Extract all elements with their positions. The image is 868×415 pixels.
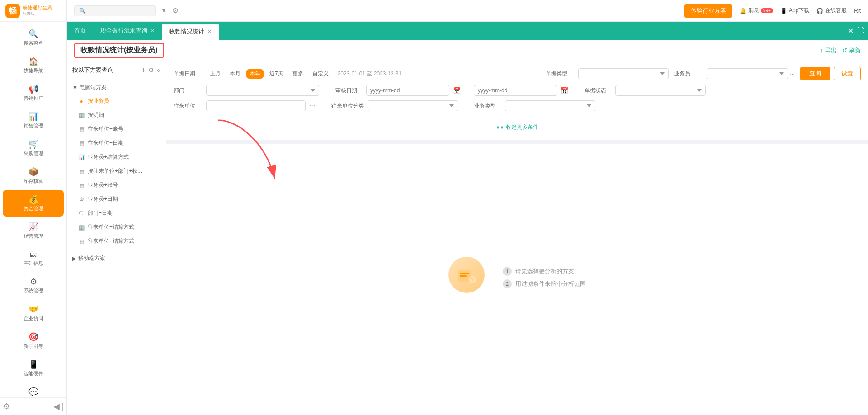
tab-receipt-label: 收款情况统计 <box>169 28 204 36</box>
scheme-item-by-detail[interactable]: 🏢 按明细 <box>67 108 166 122</box>
notifications-item[interactable]: 🔔 消息 99+ <box>740 7 773 14</box>
dept-select[interactable] <box>206 85 319 96</box>
scheme-item-salesperson-settlement[interactable]: 📊 业务员+结算方式 <box>67 150 166 164</box>
date-btn-custom[interactable]: 自定义 <box>309 69 332 79</box>
date-btn-last-month[interactable]: 上月 <box>206 69 224 79</box>
voucher-type-label: 单据类型 <box>546 70 573 78</box>
calendar-start-icon[interactable]: 📅 <box>453 87 461 94</box>
tab-receipt[interactable]: 收款情况统计 ✕ <box>162 24 219 40</box>
sidebar-item-quicknav[interactable]: 🏠 快捷导航 <box>3 52 64 79</box>
filter-row-1: 单据日期 上月 本月 本年 近7天 更多 自定义 2023-01-01 至 20… <box>174 67 861 80</box>
date-btn-this-year[interactable]: 本年 <box>246 69 264 79</box>
right-panel: 单据日期 上月 本月 本年 近7天 更多 自定义 2023-01-01 至 20… <box>166 61 868 415</box>
topbar-right: 体验行业方案 🔔 消息 99+ 📱 App下载 🎧 在线客服 Rit <box>684 4 861 18</box>
voucher-type-select[interactable] <box>578 68 669 79</box>
sidebar-item-marketing[interactable]: 📢 营销推广 <box>3 80 64 106</box>
sidebar-item-purchase[interactable]: 🛒 采购管理 <box>3 135 64 161</box>
tabbar-end: ✕ ⛶ <box>848 27 868 35</box>
collapse-panel-icon[interactable]: « <box>157 66 160 74</box>
close-window-icon[interactable]: ✕ <box>848 27 854 35</box>
sidebar-item-label: 经营管理 <box>24 233 43 240</box>
marketing-icon: 📢 <box>28 84 38 94</box>
scheme-item-partner-settlement1[interactable]: 🏢 往来单位+结算方式 <box>67 220 166 234</box>
home-icon: 🏠 <box>28 57 38 66</box>
export-button[interactable]: ↑ 导出 <box>821 47 837 55</box>
bell-icon: 🔔 <box>740 8 746 14</box>
topbar-chevron-icon[interactable]: ▼ <box>161 7 167 14</box>
sidebar-item-finance[interactable]: 💰 资金管理 <box>3 190 64 217</box>
scheme-item-by-salesperson[interactable]: ● 按业务员 <box>67 94 166 108</box>
partner-category-label: 往来单位分类 <box>331 102 364 110</box>
sidebar-item-sales[interactable]: 📊 销售管理 <box>3 107 64 134</box>
salesperson-label: 业务员 <box>674 70 701 78</box>
tab-bank-close-icon[interactable]: ✕ <box>150 28 155 34</box>
sales-icon: 📊 <box>28 112 38 122</box>
group-mobile-label: 移动端方案 <box>78 255 105 262</box>
scheme-item-salesperson-account[interactable]: ▦ 业务员+账号 <box>67 178 166 192</box>
sidebar-item-hardware[interactable]: 📱 智能硬件 <box>3 355 64 382</box>
partner-input[interactable] <box>206 100 306 111</box>
scheme-item-salesperson-date[interactable]: ⚙ 业务员+日期 <box>67 192 166 206</box>
salesperson-select[interactable] <box>707 68 788 79</box>
partner-category-select[interactable] <box>368 100 458 111</box>
app-download-item[interactable]: 📱 App下载 <box>780 7 809 14</box>
query-button[interactable]: 查询 <box>800 67 830 80</box>
review-date-end[interactable] <box>474 85 557 96</box>
step-2-text: 用过滤条件来缩小分析范围 <box>515 280 586 288</box>
refresh-button[interactable]: ↺ 刷新 <box>842 47 861 55</box>
sidebar-item-inventory[interactable]: 📦 库存核算 <box>3 162 64 189</box>
date-btn-7days[interactable]: 近7天 <box>266 69 287 79</box>
sidebar-item-basic[interactable]: 🗂 基础信息 <box>3 245 64 271</box>
scheme-item-dept-date[interactable]: ⏱ 部门+日期 <box>67 206 166 220</box>
enterprise-icon: 🤝 <box>28 304 38 314</box>
collapse-sidebar-icon[interactable]: ◀‖ <box>53 401 64 411</box>
date-btn-more[interactable]: 更多 <box>289 69 307 79</box>
online-service-item[interactable]: 🎧 在线客服 <box>816 7 847 14</box>
empty-steps: 1 请先选择要分析的方案 2 用过滤条件来缩小分析范围 <box>503 267 586 292</box>
calendar-end-icon[interactable]: 📅 <box>561 87 568 94</box>
setting-button[interactable]: 设置 <box>834 67 861 80</box>
scheme-group-desktop-title[interactable]: ▼ 电脑端方案 <box>67 81 166 94</box>
left-panel-title: 按以下方案查询 <box>72 66 113 74</box>
voucher-status-select[interactable] <box>615 85 706 96</box>
industry-plan-button[interactable]: 体验行业方案 <box>684 4 732 18</box>
topbar-search[interactable]: 🔍 <box>74 5 156 16</box>
salesperson-more-icon[interactable]: ··· <box>790 71 795 77</box>
sidebar-item-search[interactable]: 🔍 搜索菜单 <box>3 24 64 51</box>
scheme-item-partner-date[interactable]: ▦ 往来单位+日期 <box>67 136 166 150</box>
topbar-gear-icon[interactable]: ⚙ <box>172 6 179 15</box>
scheme-group-mobile-title[interactable]: ▶ 移动端方案 <box>67 252 166 265</box>
sidebar-item-wechat[interactable]: 💬 企业微信 <box>3 382 64 397</box>
date-btn-this-month[interactable]: 本月 <box>226 69 244 79</box>
settings-footer-icon[interactable]: ⚙ <box>3 401 10 411</box>
tab-bank-label: 现金银行流水查询 <box>100 27 147 35</box>
maximize-icon[interactable]: ⛶ <box>857 27 864 35</box>
scheme-item-partner-settlement2[interactable]: ▦ 往来单位+结算方式 <box>67 234 166 248</box>
scheme-settings-icon[interactable]: ⚙ <box>148 66 154 74</box>
svg-rect-2 <box>460 275 467 277</box>
sidebar-item-operations[interactable]: 📈 经营管理 <box>3 217 64 244</box>
tab-home[interactable]: 首页 <box>67 22 93 40</box>
page-title: 收款情况统计(按业务员) <box>80 46 158 54</box>
sidebar-item-system[interactable]: ⚙ 系统管理 <box>3 272 64 299</box>
sidebar-item-guide[interactable]: 🎯 新手引导 <box>3 327 64 354</box>
scheme-item-label: 往来单位+结算方式 <box>88 237 134 245</box>
add-scheme-icon[interactable]: + <box>142 66 146 74</box>
scheme-item-label: 按往来单位+部门+收... <box>88 167 142 175</box>
business-type-select[interactable] <box>505 100 595 111</box>
basic-icon: 🗂 <box>29 250 38 259</box>
scheme-item-partner-account[interactable]: ▦ 往来单位+账号 <box>67 122 166 136</box>
tab-home-label: 首页 <box>74 27 86 35</box>
svg-text:?: ? <box>471 278 474 283</box>
user-name: Rit <box>854 8 861 14</box>
partner-more-icon[interactable]: ··· <box>309 102 315 110</box>
filter-row-3: 往来单位 ··· 往来单位分类 业务类型 <box>174 100 861 111</box>
sidebar-item-enterprise[interactable]: 🤝 企业协同 <box>3 300 64 326</box>
collapse-filter-button[interactable]: ∧∧ 收起更多条件 <box>492 120 542 135</box>
user-avatar[interactable]: Rit <box>854 8 861 14</box>
tab-bank[interactable]: 现金银行流水查询 ✕ <box>93 22 162 40</box>
review-date-start[interactable] <box>366 85 449 96</box>
scheme-item-label: 按明细 <box>88 111 104 119</box>
tab-receipt-close-icon[interactable]: ✕ <box>207 28 212 35</box>
scheme-item-partner-dept[interactable]: ▦ 按往来单位+部门+收... <box>67 164 166 178</box>
